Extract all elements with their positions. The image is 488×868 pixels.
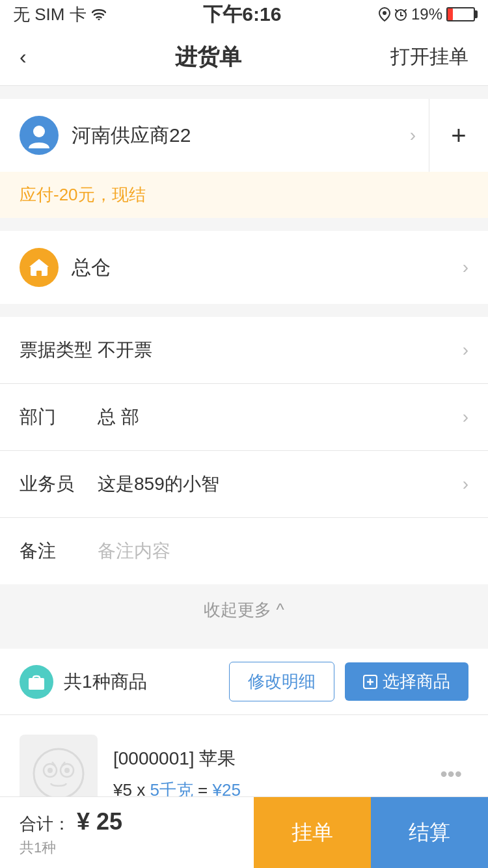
shopping-bag-icon (26, 671, 47, 692)
battery-icon (446, 7, 475, 21)
invoice-type-row[interactable]: 票据类型 不开票 › (0, 317, 488, 384)
dept-label: 部门 (20, 405, 98, 429)
gap-3 (0, 304, 488, 317)
total-label-row: 合计： ¥ 25 (20, 808, 234, 835)
product-more-button[interactable]: ••• (433, 755, 468, 793)
total-amount: ¥ 25 (77, 808, 122, 835)
products-icon-wrap (20, 665, 53, 699)
product-title: 苹果 (199, 748, 236, 768)
total-sub: 共1种 (20, 838, 234, 858)
alarm-icon (394, 7, 407, 21)
bottom-bar: 合计： ¥ 25 共1种 挂单 结算 (0, 796, 488, 868)
total-label: 合计： (20, 813, 70, 835)
warehouse-icon-wrap (20, 248, 59, 287)
form-section: 票据类型 不开票 › 部门 总 部 › 业务员 这是859的小智 › 备注 备注… (0, 317, 488, 584)
svg-rect-7 (29, 678, 44, 690)
svg-point-11 (34, 749, 83, 798)
supplier-selector[interactable]: 河南供应商22 › (0, 99, 429, 172)
gap-2 (0, 218, 488, 231)
select-product-button[interactable]: 选择商品 (345, 662, 468, 701)
collapse-button[interactable]: 收起更多 ^ (0, 584, 488, 636)
battery-percent: 19% (411, 5, 442, 23)
gap-1 (0, 86, 488, 99)
supplier-name: 河南供应商22 (72, 122, 403, 149)
suspend-button[interactable]: 挂单 (254, 797, 371, 868)
svg-point-3 (33, 126, 45, 137)
gap-4 (0, 636, 488, 649)
carrier-text: 无 SIM 卡 (13, 3, 87, 26)
warehouse-icon (28, 256, 50, 278)
svg-point-15 (64, 768, 70, 773)
owl-placeholder-icon (33, 748, 85, 800)
dept-row[interactable]: 部门 总 部 › (0, 384, 488, 451)
person-icon (26, 122, 52, 148)
products-count: 共1种商品 (64, 670, 229, 694)
note-row[interactable]: 备注 备注内容 (0, 518, 488, 584)
salesman-label: 业务员 (20, 472, 98, 496)
status-bar: 无 SIM 卡 下午6:16 19% (0, 0, 488, 29)
plus-icon: + (451, 121, 466, 150)
select-product-label: 选择商品 (383, 670, 450, 693)
chevron-right-icon: › (463, 474, 468, 495)
invoice-label: 票据类型 (20, 338, 98, 362)
add-supplier-button[interactable]: + (429, 99, 488, 172)
salesman-value: 这是859的小智 (98, 472, 463, 496)
note-label: 备注 (20, 539, 98, 563)
product-info: [0000001] 苹果 ¥5 x 5千克 = ¥25 (113, 746, 433, 802)
open-suspend-button[interactable]: 打开挂单 (390, 44, 468, 70)
svg-point-1 (383, 11, 386, 15)
note-placeholder: 备注内容 (98, 539, 468, 563)
products-header: 共1种商品 修改明细 选择商品 (0, 649, 488, 715)
wifi-icon (92, 8, 106, 20)
product-code: [0000001] (113, 748, 195, 768)
notice-text: 应付-20元，现结 (20, 185, 146, 204)
chevron-right-icon: › (463, 407, 468, 427)
status-right: 19% (379, 5, 475, 23)
collapse-label: 收起更多 ^ (204, 600, 284, 619)
status-left: 无 SIM 卡 (13, 3, 106, 26)
edit-detail-button[interactable]: 修改明细 (229, 662, 334, 701)
dept-value: 总 部 (98, 405, 463, 429)
nav-bar: ‹ 进货单 打开挂单 (0, 29, 488, 86)
svg-point-0 (98, 19, 100, 21)
salesman-row[interactable]: 业务员 这是859的小智 › (0, 451, 488, 518)
product-name: [0000001] 苹果 (113, 746, 433, 771)
avatar (20, 116, 59, 155)
supplier-section: 河南供应商22 › + (0, 99, 488, 172)
back-button[interactable]: ‹ (20, 45, 27, 69)
location-icon (379, 7, 390, 21)
warehouse-selector[interactable]: 总仓 › (0, 231, 488, 304)
svg-rect-6 (36, 271, 42, 276)
chevron-right-icon: › (463, 340, 468, 360)
svg-marker-5 (29, 259, 49, 267)
notice-bar: 应付-20元，现结 (0, 172, 488, 218)
checkout-button[interactable]: 结算 (371, 797, 488, 868)
total-section: 合计： ¥ 25 共1种 (0, 797, 254, 868)
invoice-value: 不开票 (98, 338, 463, 362)
page-title: 进货单 (175, 42, 241, 72)
status-time: 下午6:16 (203, 1, 281, 28)
chevron-right-icon: › (463, 257, 468, 278)
select-product-icon (363, 675, 377, 689)
chevron-right-icon: › (410, 125, 416, 146)
svg-point-14 (47, 768, 53, 773)
warehouse-name: 总仓 (72, 254, 456, 281)
